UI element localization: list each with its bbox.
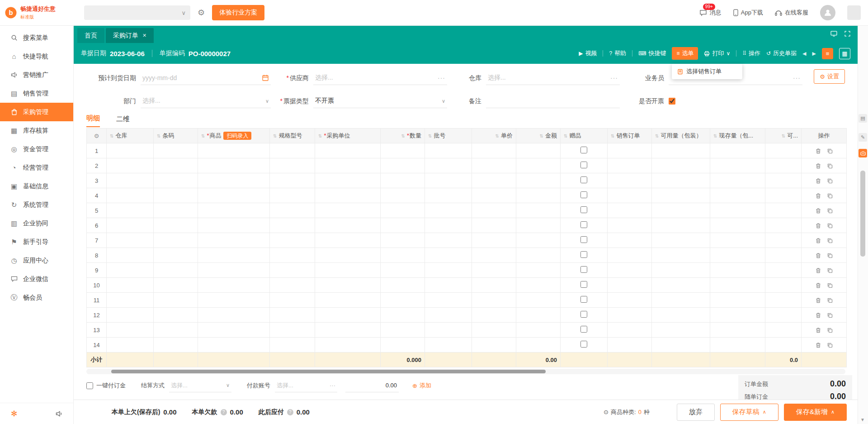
sort-icon[interactable]: ⇅: [655, 133, 659, 138]
cell-batch[interactable]: [425, 143, 472, 158]
cell-qty[interactable]: [381, 203, 425, 218]
app-download-button[interactable]: App下载: [733, 9, 763, 17]
cell-avail[interactable]: [765, 293, 802, 308]
sidebar-item-guide[interactable]: ⚑新手引导: [0, 233, 73, 251]
cell-barcode[interactable]: [154, 188, 198, 203]
cell-price[interactable]: [472, 143, 516, 158]
cell-barcode[interactable]: [154, 173, 198, 188]
delete-row-icon[interactable]: [815, 223, 821, 229]
cell-qty[interactable]: [381, 293, 425, 308]
service-robot-icon[interactable]: [859, 149, 867, 157]
one-click-deposit[interactable]: 一键付订金: [86, 381, 126, 390]
cell-barcode[interactable]: [154, 263, 198, 278]
cell-product[interactable]: [198, 308, 270, 323]
cell-warehouse[interactable]: [107, 308, 154, 323]
sidebar-item-system[interactable]: ↻系统管理: [0, 195, 73, 214]
cell-spec[interactable]: [270, 263, 315, 278]
cell-batch[interactable]: [425, 203, 472, 218]
sidebar-item-business[interactable]: ◔经营管理: [0, 158, 73, 177]
operations-button[interactable]: ⠿操作: [742, 49, 760, 57]
settle-method-select[interactable]: 选择...∨: [169, 379, 231, 392]
detail-tab-0[interactable]: 明细: [86, 114, 100, 127]
cell-spec[interactable]: [270, 173, 315, 188]
cell-avail[interactable]: [765, 248, 802, 263]
sort-icon[interactable]: ⇅: [713, 133, 717, 138]
cell-spec[interactable]: [270, 143, 315, 158]
copy-row-icon[interactable]: [827, 163, 833, 169]
gift-checkbox[interactable]: [580, 281, 587, 288]
cell-barcode[interactable]: [154, 158, 198, 173]
cell-price[interactable]: [472, 173, 516, 188]
sidebar-item-inventory[interactable]: ▦库存核算: [0, 121, 73, 140]
cell-qty[interactable]: [381, 233, 425, 248]
col-header-avail[interactable]: ⇅可...: [765, 129, 802, 143]
one-click-deposit-checkbox[interactable]: [86, 382, 93, 389]
cell-sale_order[interactable]: [608, 143, 652, 158]
copy-row-icon[interactable]: [827, 327, 833, 333]
cell-barcode[interactable]: [154, 203, 198, 218]
cell-avail[interactable]: [765, 308, 802, 323]
sort-icon[interactable]: ⇅: [495, 133, 499, 138]
cell-avail_pack[interactable]: [652, 143, 710, 158]
cell-batch[interactable]: [425, 248, 472, 263]
gift-checkbox[interactable]: [580, 296, 587, 303]
cell-unit[interactable]: [315, 233, 381, 248]
cell-price[interactable]: [472, 278, 516, 293]
cell-price[interactable]: [472, 203, 516, 218]
gift-checkbox[interactable]: [580, 266, 587, 273]
vertical-scrollbar-thumb[interactable]: [860, 171, 865, 257]
sidebar-item-purchase[interactable]: 采购管理: [0, 103, 73, 121]
cell-avail_pack[interactable]: [652, 203, 710, 218]
delete-row-icon[interactable]: [815, 163, 821, 169]
cell-amount[interactable]: [516, 233, 561, 248]
cell-product[interactable]: [198, 323, 270, 338]
cell-unit[interactable]: [315, 173, 381, 188]
video-button[interactable]: ▶视频: [579, 49, 597, 57]
cell-warehouse[interactable]: [107, 248, 154, 263]
cell-price[interactable]: [472, 338, 516, 353]
col-header-amount[interactable]: ⇅金额: [516, 129, 561, 143]
detail-tab-1[interactable]: 二维: [116, 115, 130, 127]
grid-settings-icon[interactable]: ⚙: [87, 129, 107, 143]
cell-stock_pack[interactable]: [710, 278, 765, 293]
scroll-down-icon[interactable]: ▼: [860, 417, 865, 422]
cell-sale_order[interactable]: [608, 263, 652, 278]
cell-qty[interactable]: [381, 188, 425, 203]
cell-warehouse[interactable]: [107, 293, 154, 308]
cell-amount[interactable]: [516, 293, 561, 308]
cell-avail[interactable]: [765, 263, 802, 278]
hotkeys-button[interactable]: ⌨快捷键: [638, 49, 666, 57]
cell-warehouse[interactable]: [107, 158, 154, 173]
cell-batch[interactable]: [425, 233, 472, 248]
cell-unit[interactable]: [315, 323, 381, 338]
org-select[interactable]: ∨: [84, 5, 190, 20]
delete-row-icon[interactable]: [815, 297, 821, 304]
cell-batch[interactable]: [425, 188, 472, 203]
sidebar-item-apps[interactable]: ◷应用中心: [0, 251, 73, 270]
info-icon[interactable]: ?: [287, 409, 293, 415]
cell-price[interactable]: [472, 218, 516, 233]
cell-price[interactable]: [472, 188, 516, 203]
cell-spec[interactable]: [270, 218, 315, 233]
cell-batch[interactable]: [425, 293, 472, 308]
sort-icon[interactable]: ⇅: [611, 133, 614, 138]
gift-checkbox[interactable]: [580, 326, 587, 333]
cell-stock_pack[interactable]: [710, 338, 765, 353]
cell-product[interactable]: [198, 143, 270, 158]
cell-product[interactable]: [198, 263, 270, 278]
cell-stock_pack[interactable]: [710, 323, 765, 338]
cell-avail[interactable]: [765, 338, 802, 353]
history-button[interactable]: ↺历史单据: [766, 49, 797, 57]
cell-warehouse[interactable]: [107, 143, 154, 158]
cell-stock_pack[interactable]: [710, 248, 765, 263]
sidebar-item-info[interactable]: ▣基础信息: [0, 177, 73, 195]
cell-barcode[interactable]: [154, 293, 198, 308]
avatar[interactable]: [820, 5, 835, 20]
more-icon[interactable]: ···: [610, 74, 618, 81]
save-draft-button[interactable]: 保存草稿∧: [720, 404, 778, 421]
cell-product[interactable]: [198, 158, 270, 173]
add-payment-button[interactable]: ⊕添加: [412, 381, 431, 390]
cell-product[interactable]: [198, 278, 270, 293]
delete-row-icon[interactable]: [815, 342, 821, 348]
edit-icon[interactable]: ✎: [859, 133, 867, 142]
